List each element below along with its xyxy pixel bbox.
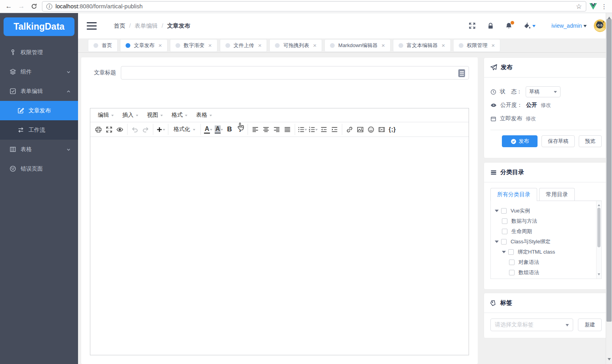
bell-icon[interactable] xyxy=(505,22,513,30)
menu-view[interactable]: 视图 xyxy=(143,110,167,121)
tag-select[interactable]: 请选择文章标签 xyxy=(490,318,573,331)
tree-checkbox[interactable] xyxy=(502,218,507,224)
tree-caret-icon[interactable] xyxy=(502,251,506,255)
tree-caret-icon[interactable] xyxy=(495,241,499,245)
tree-item[interactable]: 绑定HTML class xyxy=(502,247,596,257)
visibility-edit-link[interactable]: 修改 xyxy=(541,102,551,109)
tree-checkbox[interactable] xyxy=(508,249,514,255)
fullscreen-icon[interactable] xyxy=(468,22,476,30)
sidebar-item-error-pages[interactable]: 错误页面 xyxy=(0,159,78,178)
tab-common-categories[interactable]: 常用目录 xyxy=(539,188,575,201)
back-icon[interactable]: ← xyxy=(4,2,13,11)
tab-file-upload[interactable]: 文件上传× xyxy=(220,39,267,52)
align-center-icon[interactable] xyxy=(261,124,271,135)
formats-dropdown[interactable]: 格式化 xyxy=(170,126,198,133)
tab-markdown-editor[interactable]: Markdown编辑器× xyxy=(324,39,391,52)
tab-article-publish[interactable]: 文章发布× xyxy=(120,39,168,52)
publish-button[interactable]: 发布 xyxy=(502,135,538,147)
scroll-up-icon[interactable] xyxy=(598,203,600,206)
tab-permissions[interactable]: 权限管理× xyxy=(453,39,501,52)
outdent-icon[interactable] xyxy=(318,124,329,135)
bold-icon[interactable]: B xyxy=(224,124,235,135)
tree-caret-icon[interactable] xyxy=(495,210,499,214)
save-draft-button[interactable]: 保存草稿 xyxy=(541,135,575,147)
close-icon[interactable]: × xyxy=(208,42,212,48)
status-select[interactable]: 草稿 xyxy=(526,86,561,97)
text-color-icon[interactable]: A xyxy=(203,124,214,135)
article-title-input[interactable] xyxy=(121,66,469,79)
tab-home[interactable]: 首页 xyxy=(88,39,118,52)
sidebar-item-tables[interactable]: 表格 xyxy=(0,140,78,159)
menu-insert[interactable]: 插入 xyxy=(118,110,143,121)
italic-icon[interactable]: I xyxy=(235,124,246,135)
bookmark-star-icon[interactable]: ☆ xyxy=(576,2,582,11)
editor-content-area[interactable] xyxy=(90,137,469,355)
scroll-down-icon[interactable] xyxy=(608,358,611,362)
schedule-edit-link[interactable]: 修改 xyxy=(526,115,536,122)
tree-item[interactable]: 对象语法 xyxy=(509,257,596,267)
tree-checkbox[interactable] xyxy=(501,239,507,245)
user-menu[interactable]: iview_admin xyxy=(551,23,587,29)
tab-richtext-editor[interactable]: 富文本编辑器× xyxy=(393,39,451,52)
image-icon[interactable] xyxy=(355,124,366,135)
tree-checkbox[interactable] xyxy=(501,208,507,214)
redo-icon[interactable] xyxy=(140,124,151,135)
tab-number-gradient[interactable]: 数字渐变× xyxy=(170,39,217,52)
site-info-icon[interactable]: i xyxy=(46,4,52,9)
print-icon[interactable] xyxy=(93,124,104,135)
insert-plus-icon[interactable] xyxy=(155,124,166,135)
tree-checkbox[interactable] xyxy=(502,229,507,234)
vue-devtools-icon[interactable] xyxy=(589,3,597,10)
tree-item[interactable]: 数据与方法 xyxy=(502,216,596,226)
media-icon[interactable] xyxy=(376,124,387,135)
avatar[interactable] xyxy=(594,19,606,32)
menu-edit[interactable]: 编辑 xyxy=(93,110,118,121)
sidebar-toggle-icon[interactable] xyxy=(87,22,97,30)
sidebar-item-form-edit[interactable]: 表单编辑 xyxy=(0,82,78,101)
background-color-icon[interactable]: A xyxy=(214,124,224,135)
breadcrumb-home[interactable]: 首页 xyxy=(114,22,125,30)
bullet-list-icon[interactable] xyxy=(297,124,308,135)
scroll-down-icon[interactable] xyxy=(598,273,600,277)
close-icon[interactable]: × xyxy=(158,42,162,48)
close-icon[interactable]: × xyxy=(492,42,495,48)
kebab-menu-icon[interactable]: ⋮ xyxy=(600,3,608,10)
numbered-list-icon[interactable] xyxy=(308,124,318,135)
sidebar-item-permissions[interactable]: 权限管理 xyxy=(0,43,78,62)
close-icon[interactable]: × xyxy=(313,42,316,48)
code-sample-icon[interactable]: {;} xyxy=(387,124,398,135)
tab-all-categories[interactable]: 所有分类目录 xyxy=(490,188,537,201)
align-left-icon[interactable] xyxy=(250,124,261,135)
title-suffix-icon[interactable] xyxy=(458,69,465,77)
sidebar-item-workflow[interactable]: 工作流 xyxy=(0,120,78,140)
tree-checkbox[interactable] xyxy=(509,260,515,265)
undo-icon[interactable] xyxy=(130,124,140,135)
tree-item[interactable]: Vue实例 xyxy=(495,206,596,216)
scroll-up-icon[interactable] xyxy=(608,15,611,19)
emoji-icon[interactable] xyxy=(366,124,376,135)
breadcrumb-form-edit[interactable]: 表单编辑 xyxy=(135,22,158,30)
sidebar-item-components[interactable]: 组件 xyxy=(0,62,78,82)
fullscreen-icon[interactable] xyxy=(104,124,114,135)
preview-button[interactable]: 预览 xyxy=(579,135,602,147)
align-justify-icon[interactable] xyxy=(282,124,293,135)
align-right-icon[interactable] xyxy=(271,124,282,135)
page-scrollbar[interactable] xyxy=(606,13,612,364)
new-tag-button[interactable]: 新建 xyxy=(578,318,602,331)
refresh-icon[interactable] xyxy=(29,2,39,11)
menu-table[interactable]: 表格 xyxy=(192,110,216,121)
tab-draggable-list[interactable]: 可拖拽列表× xyxy=(269,39,322,52)
sidebar-item-article-publish[interactable]: 文章发布 xyxy=(0,101,78,120)
preview-eye-icon[interactable] xyxy=(114,124,125,135)
tree-scrollbar[interactable] xyxy=(596,201,601,279)
lock-icon[interactable] xyxy=(487,22,494,30)
tree-item[interactable]: Class与Style绑定 xyxy=(495,237,596,247)
tree-item[interactable]: 数组语法 xyxy=(509,267,596,278)
indent-icon[interactable] xyxy=(329,124,340,135)
link-icon[interactable] xyxy=(344,124,355,135)
close-icon[interactable]: × xyxy=(442,42,445,48)
menu-format[interactable]: 格式 xyxy=(167,110,192,121)
tree-checkbox[interactable] xyxy=(509,270,515,275)
app-logo[interactable]: TalkingData xyxy=(4,17,74,36)
tree-item[interactable]: 生命周期 xyxy=(502,226,596,237)
